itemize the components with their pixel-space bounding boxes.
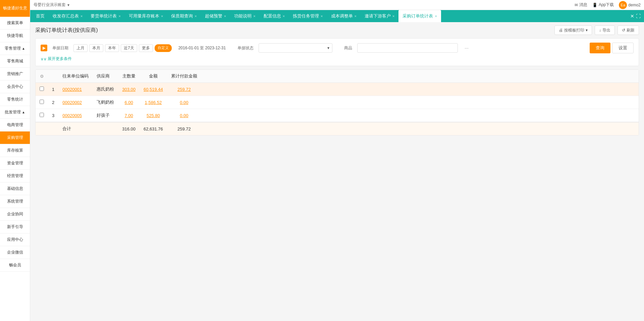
sidebar-label-marketing: 营销推广 xyxy=(7,71,23,76)
nav-tab-config-info[interactable]: 配置信息× xyxy=(260,10,289,22)
sidebar-item-operations[interactable]: 经营管理 xyxy=(0,170,30,182)
nav-tab-cost-adjust[interactable]: 成本调整单× xyxy=(327,10,361,22)
nav-tab-overstock-alert[interactable]: 超储预警× xyxy=(201,10,230,22)
sidebar-item-retail-mall[interactable]: 零售商城 xyxy=(0,55,30,68)
nav-tab-close-config-info[interactable]: × xyxy=(283,14,285,18)
row-paid-1[interactable]: 0.00 xyxy=(167,96,201,109)
row-qty-2[interactable]: 7.00 xyxy=(118,109,140,122)
sidebar-item-retail-mgmt[interactable]: 零售管理▲ xyxy=(0,42,30,55)
checkbox-2[interactable] xyxy=(40,113,44,117)
date-shortcut-this-year[interactable]: 本年 xyxy=(105,44,119,52)
nav-tab-label-config-info: 配置信息 xyxy=(264,13,281,19)
export-btn[interactable]: ↓ 导出 xyxy=(595,25,615,35)
date-shortcut-custom[interactable]: 自定义 xyxy=(155,44,172,52)
date-shortcut-this-month[interactable]: 本月 xyxy=(89,44,103,52)
sidebar-item-inventory[interactable]: 库存核算 xyxy=(0,144,30,157)
checkbox-1[interactable] xyxy=(40,100,44,104)
search-btn[interactable]: 查询 xyxy=(590,43,610,53)
sidebar-item-wholesale[interactable]: 批发管理▲ xyxy=(0,106,30,119)
sidebar-item-marketing[interactable]: 营销推广 xyxy=(0,68,30,81)
sidebar-item-enterprise-wechat[interactable]: 企业微信 xyxy=(0,246,30,259)
nav-tab-invite-downstream[interactable]: 邀请下游客户× xyxy=(361,10,398,22)
row-code-1[interactable]: 00020002 xyxy=(58,96,93,109)
print-btn[interactable]: 🖨 按模板打印 ▾ xyxy=(554,25,592,35)
checkbox-0[interactable] xyxy=(40,87,44,91)
filter-toggle-btn[interactable]: ▶ xyxy=(41,45,47,51)
sidebar-item-ecommerce[interactable]: 电商管理 xyxy=(0,119,30,131)
user-menu[interactable]: Ea demo2 xyxy=(619,1,641,9)
sidebar-label-inventory: 库存核算 xyxy=(7,148,23,153)
nav-tab-pick-task[interactable]: 拣货任务管理× xyxy=(289,10,327,22)
goods-input[interactable] xyxy=(357,43,458,53)
sidebar-item-retail-stat[interactable]: 零售统计 xyxy=(0,93,30,106)
row-amount-0[interactable]: 60,519.44 xyxy=(140,83,167,96)
sidebar-item-quicknav[interactable]: 快捷导航 xyxy=(0,30,30,42)
sidebar-item-sys-mgmt[interactable]: 系统管理 xyxy=(0,195,30,208)
sidebar-item-basic-info[interactable]: 基础信息 xyxy=(0,182,30,195)
nav-tab-expiry-query[interactable]: 保质期查询× xyxy=(167,10,201,22)
row-seq-2: 3 xyxy=(48,109,58,122)
nav-tab-close-purchase-summary[interactable]: × xyxy=(435,14,437,18)
nav-tab-close-goods-summary[interactable]: × xyxy=(118,14,120,18)
sidebar-item-search[interactable]: 搜索英单 xyxy=(0,17,30,30)
data-table: ⚙ 往来单位编码 供应商 主数量 金额 累计付款金额 1 00020001 惠氏 xyxy=(36,70,639,135)
nav-tab-close-overstock-alert[interactable]: × xyxy=(224,14,226,18)
sidebar-item-app-center[interactable]: 应用中心 xyxy=(0,233,30,246)
date-shortcut-last-month[interactable]: 上月 xyxy=(73,44,88,52)
nav-tab-home[interactable]: 首页 xyxy=(32,10,49,22)
sidebar-item-member[interactable]: 会员中心 xyxy=(0,81,30,93)
row-qty-1[interactable]: 6.00 xyxy=(118,96,140,109)
app-download-btn[interactable]: 📱 App下载 xyxy=(592,2,614,8)
sidebar-item-newbie[interactable]: 新手引导 xyxy=(0,221,30,233)
row-seq-0: 1 xyxy=(48,83,58,96)
date-shortcut-more[interactable]: 更多 xyxy=(139,44,153,52)
sidebar-label-quicknav: 快捷导航 xyxy=(7,33,23,38)
row-qty-0[interactable]: 303.00 xyxy=(118,83,140,96)
nav-tab-receive-summary[interactable]: 收发存汇总表× xyxy=(49,10,87,22)
nav-tab-goods-summary[interactable]: 要货单统计表× xyxy=(87,10,124,22)
export-icon: ↓ xyxy=(599,28,601,33)
row-code-2[interactable]: 00020005 xyxy=(58,109,93,122)
message-btn[interactable]: ✉ 消息 xyxy=(575,2,587,8)
print-label: 按模板打印 xyxy=(564,28,584,33)
nav-tab-close-func-desc[interactable]: × xyxy=(253,14,255,18)
nav-tab-close-pick-task[interactable]: × xyxy=(321,14,323,18)
nav-tab-close-receive-summary[interactable]: × xyxy=(80,14,83,18)
nav-tab-available-inventory[interactable]: 可用量库存账本× xyxy=(125,10,167,22)
col-settings[interactable]: ⚙ xyxy=(36,70,48,83)
row-amount-2[interactable]: 525.80 xyxy=(140,109,167,122)
date-shortcut-7days[interactable]: 近7天 xyxy=(121,44,137,52)
sidebar-item-enterprise[interactable]: 企业协同 xyxy=(0,208,30,221)
row-paid-0[interactable]: 259.72 xyxy=(167,83,201,96)
sidebar-label-finance: 资金管理 xyxy=(7,161,23,165)
row-code-0[interactable]: 00020001 xyxy=(58,83,93,96)
nav-tab-purchase-summary[interactable]: 采购订单统计表× xyxy=(398,10,441,22)
sidebar-item-finance[interactable]: 资金管理 xyxy=(0,157,30,170)
sidebar-label-wholesale: 批发管理 xyxy=(5,109,21,115)
nav-tab-func-desc[interactable]: 功能说明× xyxy=(230,10,259,22)
row-extra-1 xyxy=(201,96,639,109)
close-tab-btn[interactable]: ✕ xyxy=(630,13,634,19)
nav-tab-close-cost-adjust[interactable]: × xyxy=(355,14,357,18)
maximize-btn[interactable]: ⛶ xyxy=(636,13,641,19)
expand-more-btn[interactable]: ∨∨ 展开更多条件 xyxy=(41,56,634,62)
row-supplier-1: 飞鹤奶粉 xyxy=(93,96,118,109)
row-paid-2[interactable]: 0.00 xyxy=(167,109,201,122)
sidebar-item-purchase[interactable]: 采购管理 xyxy=(0,131,30,144)
settings-btn[interactable]: 设置 xyxy=(612,43,634,53)
row-amount-1[interactable]: 1,586.52 xyxy=(140,96,167,109)
nav-tab-close-invite-downstream[interactable]: × xyxy=(392,14,394,18)
nav-tab-close-available-inventory[interactable]: × xyxy=(161,14,163,18)
refresh-btn[interactable]: ↺ 刷新 xyxy=(618,25,639,35)
row-checkbox-2[interactable] xyxy=(36,109,48,122)
status-select[interactable]: ▾ xyxy=(259,43,332,53)
row-checkbox-0[interactable] xyxy=(36,83,48,96)
footer-qty: 316.00 xyxy=(118,122,140,135)
workspace-dropdown-icon[interactable]: ▾ xyxy=(67,3,69,7)
nav-tab-close-expiry-query[interactable]: × xyxy=(195,14,197,18)
sidebar-item-vip[interactable]: 畅会员 xyxy=(0,259,30,272)
date-label: 单据日期 xyxy=(52,45,68,51)
goods-more-btn[interactable]: ··· xyxy=(465,45,469,51)
sidebar-arrow-retail-mgmt: ▲ xyxy=(22,47,25,50)
row-checkbox-1[interactable] xyxy=(36,96,48,109)
